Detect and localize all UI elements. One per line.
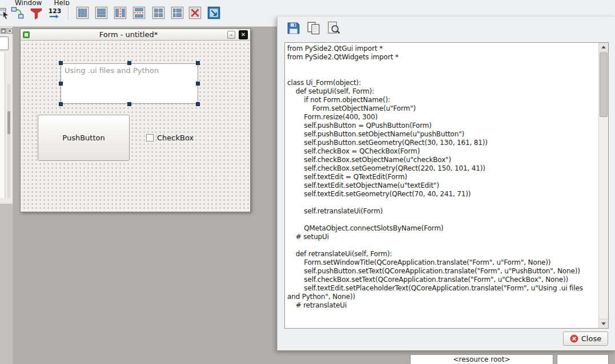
code-line <box>287 216 598 224</box>
code-line: Form.setWindowTitle(QCoreApplication.tra… <box>287 258 598 267</box>
code-line <box>287 199 598 207</box>
resource-panel-fragment <box>557 354 609 364</box>
resource-root-item[interactable]: <resource root> <box>410 354 553 364</box>
widget-list-scrollbar[interactable] <box>7 84 10 198</box>
widget-list-fragment <box>0 52 5 198</box>
layout-form-icon[interactable] <box>171 6 184 19</box>
pushbutton-widget[interactable]: PushButton <box>38 115 130 161</box>
code-scrollbar[interactable] <box>598 43 608 328</box>
checkbox-indicator[interactable] <box>146 134 154 141</box>
code-line: class Ui_Form(object): <box>287 79 598 87</box>
resize-handle-top[interactable] <box>127 61 131 65</box>
code-line: self.pushButton = QPushButton(Form) <box>287 122 598 130</box>
layout-splitter-vertical-icon[interactable] <box>132 6 146 19</box>
code-text: from PySide2.QtGui import *from PySide2.… <box>287 45 598 327</box>
textedit-selection: Using .ui files and Python <box>61 63 198 104</box>
code-line: self.textEdit = QTextEdit(Form) <box>287 173 598 181</box>
scrollbar-thumb[interactable] <box>7 111 10 134</box>
code-line <box>287 241 598 250</box>
code-line: and Python", None)) <box>287 293 598 301</box>
resize-handle-top-right[interactable] <box>196 61 200 65</box>
code-line: from PySide2.QtGui import * <box>287 45 598 53</box>
resize-handle-bottom-right[interactable] <box>196 102 200 106</box>
edit-tab-order-icon[interactable]: 123 <box>48 6 61 19</box>
form-window-titlebar[interactable]: Form - untitled* - ✕ <box>21 29 250 41</box>
widget-box-dock <box>0 27 13 364</box>
scroll-down-icon[interactable] <box>599 319 608 328</box>
code-line <box>287 62 598 70</box>
resize-handle-left[interactable] <box>59 82 63 86</box>
code-line: self.checkBox.setGeometry(QRect(220, 150… <box>287 164 598 173</box>
code-line: # retranslateUi <box>287 301 598 310</box>
svg-text:123: 123 <box>49 7 61 15</box>
textedit-widget[interactable]: Using .ui files and Python <box>61 63 198 104</box>
qt-designer-app: Window Help 123 <box>0 0 615 364</box>
form-window-title: Form - untitled* <box>30 30 227 39</box>
dock-close-icon[interactable] <box>7 28 13 34</box>
code-line: # setupUi <box>287 233 598 241</box>
edit-buddies-icon[interactable] <box>30 6 43 19</box>
code-line: self.pushButton.setText(QCoreApplication… <box>287 267 598 276</box>
form-canvas[interactable]: Using .ui files and Python PushButton Ch… <box>21 41 250 212</box>
code-line: self.checkBox.setText(QCoreApplication.t… <box>287 276 598 284</box>
scroll-up-icon[interactable] <box>599 43 608 52</box>
code-line: self.textEdit.setPlaceholderText(QCoreAp… <box>287 284 598 293</box>
scrollbar-thumb[interactable] <box>600 52 608 117</box>
resize-handle-top-left[interactable] <box>59 61 63 65</box>
main-toolbar: 123 <box>0 6 274 21</box>
save-icon[interactable] <box>287 21 300 35</box>
form-window: Form - untitled* - ✕ Using .ui files and… <box>20 29 251 212</box>
resize-handle-bottom[interactable] <box>127 102 131 106</box>
pushbutton-label: PushButton <box>62 134 104 142</box>
dock-lower-area <box>0 204 13 364</box>
code-line: QMetaObject.connectSlotsByName(Form) <box>287 224 598 233</box>
resize-handle-bottom-left[interactable] <box>59 102 63 106</box>
code-line: self.checkBox.setObjectName(u"checkBox") <box>287 156 598 164</box>
copy-icon[interactable] <box>307 21 320 35</box>
layout-horizontal-icon[interactable] <box>76 6 89 19</box>
resource-root-label: <resource root> <box>453 355 511 363</box>
resize-handle-right[interactable] <box>196 82 200 86</box>
code-line: self.textEdit.setGeometry(QRect(70, 40, … <box>287 190 598 199</box>
form-window-icon <box>23 31 30 38</box>
code-line: self.textEdit.setObjectName(u"textEdit") <box>287 181 598 190</box>
menu-help[interactable]: Help <box>54 0 69 5</box>
code-line: self.retranslateUi(Form) <box>287 207 598 216</box>
dock-float-icon[interactable] <box>1 28 6 34</box>
find-icon[interactable] <box>327 21 340 35</box>
code-line: Form.resize(400, 300) <box>287 113 598 122</box>
break-layout-icon[interactable] <box>188 6 202 19</box>
code-line: if not Form.objectName(): <box>287 96 598 104</box>
layout-splitter-horizontal-icon[interactable] <box>114 6 127 19</box>
close-button-label: Close <box>581 334 601 343</box>
dialog-close-icon <box>570 334 578 343</box>
code-line: from PySide2.QtWidgets import * <box>287 53 598 62</box>
layout-vertical-icon[interactable] <box>95 6 108 19</box>
code-dialog-toolbar <box>287 21 340 35</box>
code-line: self.pushButton.setGeometry(QRect(30, 13… <box>287 139 598 147</box>
adjust-size-icon[interactable] <box>207 6 220 19</box>
code-line: Form.setObjectName(u"Form") <box>287 104 598 113</box>
minimize-button[interactable]: - <box>227 31 235 39</box>
code-line: self.checkBox = QCheckBox(Form) <box>287 147 598 156</box>
code-line: def setupUi(self, Form): <box>287 87 598 96</box>
layout-grid-icon[interactable] <box>152 6 165 19</box>
code-line <box>287 70 598 79</box>
code-line: def retranslateUi(self, Form): <box>287 250 598 258</box>
menubar: Window Help <box>15 0 79 5</box>
edit-widgets-icon[interactable] <box>0 6 10 19</box>
code-preview-dialog: from PySide2.QtGui import *from PySide2.… <box>277 16 615 351</box>
toolbar-separator <box>68 6 69 20</box>
widget-filter-input[interactable] <box>0 37 9 50</box>
code-view[interactable]: from PySide2.QtGui import *from PySide2.… <box>284 42 609 329</box>
menu-window[interactable]: Window <box>15 0 42 5</box>
close-window-button[interactable]: ✕ <box>239 30 248 39</box>
code-line: self.pushButton.setObjectName(u"pushButt… <box>287 130 598 139</box>
close-button[interactable]: Close <box>563 331 608 346</box>
checkbox-label: CheckBox <box>157 134 194 142</box>
edit-signals-slots-icon[interactable] <box>11 6 24 19</box>
checkbox-widget[interactable]: CheckBox <box>146 126 204 149</box>
